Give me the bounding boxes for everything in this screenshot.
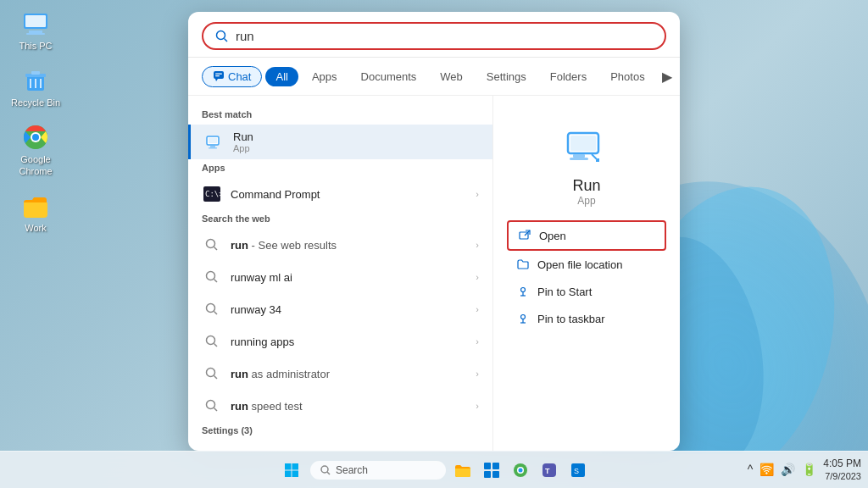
svg-line-58 — [327, 472, 330, 474]
result-command-prompt[interactable]: C:\>_ Command Prompt › — [188, 178, 492, 210]
taskbar-icon-folders[interactable] — [451, 458, 475, 482]
action-open-file-location[interactable]: Open file location — [507, 251, 666, 278]
recycle-bin-label: Recycle Bin — [11, 97, 60, 108]
web-result-runway-ml[interactable]: runway ml ai › — [188, 261, 492, 293]
search-icon — [215, 30, 229, 43]
svg-line-31 — [214, 280, 218, 283]
svg-point-65 — [519, 468, 523, 472]
this-pc-label: This PC — [19, 41, 52, 52]
play-button[interactable]: ▶ — [662, 69, 672, 85]
taskbar-search[interactable]: Search — [310, 461, 446, 480]
svg-rect-21 — [215, 75, 220, 76]
windows-logo-icon — [284, 463, 299, 478]
svg-line-44 — [592, 154, 598, 161]
desktop-icon-this-pc[interactable]: This PC — [8, 8, 63, 52]
tab-photos-label: Photos — [610, 70, 644, 83]
tab-all-label: All — [275, 70, 287, 83]
time-display[interactable]: 4:05 PM 7/9/2023 — [823, 458, 861, 483]
svg-point-16 — [217, 30, 225, 39]
web-result-run-as-admin[interactable]: run as administrator › — [188, 358, 492, 390]
svg-point-34 — [207, 336, 215, 345]
web-result-running-apps[interactable]: running apps › — [188, 325, 492, 358]
action-pin-start-label: Pin to Start — [537, 286, 592, 298]
tab-chat[interactable]: Chat — [202, 66, 262, 87]
chevron-up-icon[interactable]: ^ — [746, 461, 755, 478]
tab-settings[interactable]: Settings — [476, 67, 537, 86]
command-prompt-icon: C:\>_ — [202, 184, 222, 204]
taskbar-right: ^ 🛜 🔊 🔋 4:05 PM 7/9/2023 — [746, 458, 861, 483]
svg-point-38 — [207, 401, 215, 409]
web-result-run-as-admin-text: run as administrator — [231, 366, 467, 381]
web-result-run-speed-test[interactable]: run speed test › — [188, 390, 492, 422]
tab-web-label: Web — [440, 70, 463, 83]
web-search-icon-6 — [202, 396, 222, 416]
taskbar-icon-store[interactable]: S — [566, 458, 590, 482]
taskbar-icon-taskview[interactable] — [480, 458, 504, 482]
settings-section-label: Settings (3) — [188, 422, 492, 441]
svg-point-50 — [521, 315, 526, 319]
battery-icon[interactable]: 🔋 — [800, 461, 818, 478]
svg-rect-20 — [215, 74, 222, 75]
work-folder-icon — [20, 191, 51, 221]
taskbar-search-label: Search — [336, 464, 368, 476]
action-open-label: Open — [539, 230, 566, 242]
wifi-icon[interactable]: 🛜 — [758, 461, 776, 478]
desktop-icon-chrome[interactable]: Google Chrome — [8, 122, 63, 176]
taskbar-icon-teams[interactable]: T — [537, 458, 561, 482]
svg-text:T: T — [545, 467, 550, 475]
tab-apps-label: Apps — [312, 70, 337, 83]
tab-apps[interactable]: Apps — [302, 67, 348, 86]
web-run-arrow: › — [476, 240, 479, 250]
open-icon — [517, 228, 532, 243]
svg-line-39 — [214, 408, 218, 412]
desktop-icon-recycle-bin[interactable]: Recycle Bin — [8, 65, 63, 108]
web-result-runway-34[interactable]: runway 34 › — [188, 293, 492, 325]
tab-chat-label: Chat — [228, 70, 251, 83]
taskbar-icon-chrome[interactable] — [509, 458, 532, 482]
run-result-title: Run — [233, 130, 479, 143]
clock-time: 4:05 PM — [823, 458, 861, 471]
tab-folders-label: Folders — [550, 70, 587, 83]
tab-folders[interactable]: Folders — [540, 67, 597, 86]
action-pin-taskbar-label: Pin to taskbar — [537, 313, 605, 325]
best-match-run[interactable]: Run App — [188, 125, 492, 159]
web-search-icon-3 — [202, 299, 222, 319]
svg-rect-53 — [285, 463, 292, 470]
volume-icon[interactable]: 🔊 — [779, 461, 797, 478]
web-result-running-apps-text: running apps — [231, 336, 467, 348]
svg-rect-6 — [25, 15, 46, 27]
web-section-label: Search the web — [188, 210, 492, 229]
this-pc-icon — [20, 8, 51, 39]
action-pin-to-taskbar[interactable]: Pin to taskbar — [507, 305, 666, 332]
pin-start-icon — [515, 284, 531, 299]
web-run-speed-arrow: › — [476, 401, 479, 411]
desktop-icon-work[interactable]: Work — [8, 191, 63, 234]
web-result-run[interactable]: run - See web results › — [188, 229, 492, 261]
right-panel-app-icon — [507, 123, 666, 170]
best-match-section-label: Best match — [188, 106, 492, 125]
pin-taskbar-icon — [515, 311, 531, 326]
svg-line-37 — [214, 376, 218, 380]
svg-rect-62 — [492, 471, 499, 478]
action-pin-to-start[interactable]: Pin to Start — [507, 278, 666, 305]
web-search-icon-2 — [202, 267, 222, 287]
action-file-location-label: Open file location — [537, 258, 622, 271]
search-input-box[interactable]: run — [202, 22, 666, 50]
svg-marker-19 — [215, 79, 218, 81]
web-runway-ml-arrow: › — [476, 272, 479, 282]
tab-settings-label: Settings — [487, 70, 526, 83]
action-open[interactable]: Open — [507, 220, 666, 251]
tab-web[interactable]: Web — [430, 67, 473, 86]
tab-all[interactable]: All — [265, 67, 298, 86]
command-prompt-arrow: › — [476, 189, 479, 199]
recycle-bin-icon — [20, 65, 51, 96]
tab-documents[interactable]: Documents — [351, 67, 427, 86]
more-tabs-button[interactable]: ··· — [676, 68, 680, 86]
web-running-apps-arrow: › — [476, 336, 479, 347]
tab-documents-label: Documents — [361, 70, 417, 83]
svg-rect-54 — [292, 463, 299, 470]
tab-photos[interactable]: Photos — [600, 67, 654, 86]
web-running-apps-title: running apps — [231, 336, 467, 348]
chrome-icon — [20, 122, 51, 152]
start-button[interactable] — [278, 457, 305, 484]
